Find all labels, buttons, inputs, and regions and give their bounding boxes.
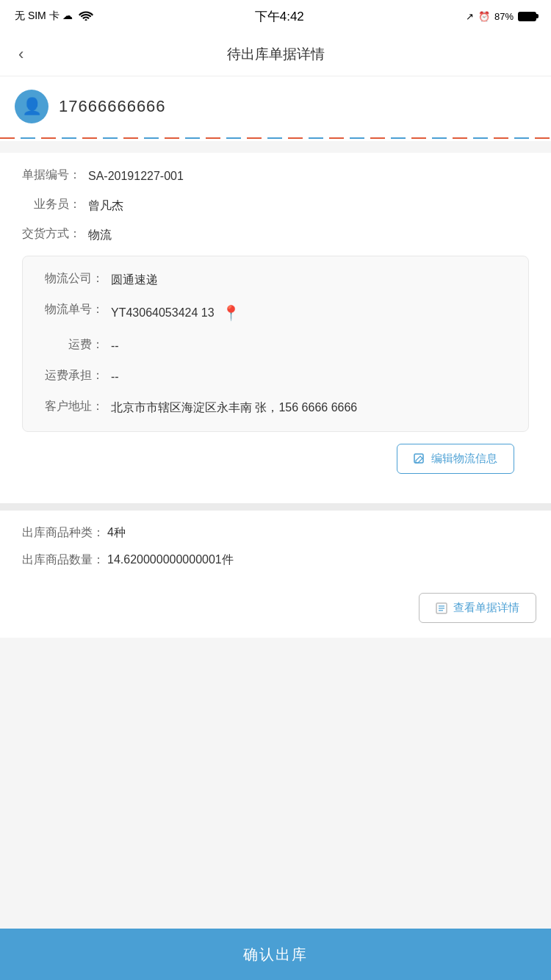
location-icon: ↗: [466, 11, 474, 22]
delivery-row: 交货方式： 物流: [22, 226, 529, 244]
order-info-section: 单据编号： SA-20191227-001 业务员： 曾凡杰 交货方式： 物流 …: [0, 153, 551, 503]
view-details-label: 查看单据详情: [453, 601, 519, 615]
edit-logistics-button[interactable]: 编辑物流信息: [397, 444, 514, 474]
status-right: ↗ ⏰ 87%: [466, 11, 536, 22]
alarm-icon: ⏰: [478, 11, 490, 22]
freight-bearer-row: 运费承担： --: [45, 368, 506, 386]
customer-header: 👤 17666666666: [0, 76, 551, 137]
empty-space: [0, 638, 551, 726]
goods-type-row: 出库商品种类： 4种: [22, 525, 529, 541]
confirm-btn-bar[interactable]: 确认出库: [0, 929, 551, 980]
goods-quantity-label: 出库商品数量：: [22, 552, 104, 568]
no-sim-text: 无 SIM 卡 ☁: [15, 10, 73, 23]
battery-percent: 87%: [494, 11, 514, 22]
freight-bearer-value: --: [111, 368, 506, 386]
logistics-tracking-label: 物流单号：: [45, 302, 104, 317]
status-left: 无 SIM 卡 ☁: [15, 10, 93, 23]
avatar: 👤: [15, 90, 48, 123]
freight-row: 运费： --: [45, 337, 506, 355]
delivery-value: 物流: [88, 226, 529, 244]
view-details-container: 查看单据详情: [0, 583, 551, 638]
delivery-label: 交货方式：: [22, 226, 81, 242]
edit-logistics-label: 编辑物流信息: [431, 452, 497, 466]
logistics-tracking-value: YT43064053424 13 📍: [111, 302, 506, 324]
confirm-btn-text: 确认出库: [243, 945, 308, 965]
section-divider: [0, 503, 551, 511]
address-value: 北京市市辖区海淀区永丰南 张，156 6666 6666: [111, 399, 506, 417]
tracking-number: YT43064053424 13: [111, 304, 215, 322]
address-row: 客户地址： 北京市市辖区海淀区永丰南 张，156 6666 6666: [45, 399, 506, 417]
page-title: 待出库单据详情: [227, 45, 325, 64]
time-display: 下午4:42: [255, 8, 304, 25]
location-pin-icon[interactable]: 📍: [222, 302, 240, 324]
staff-value: 曾凡杰: [88, 197, 529, 215]
logistics-card: 物流公司： 圆通速递 物流单号： YT43064053424 13 📍 运费： …: [22, 256, 529, 432]
list-icon: [436, 602, 447, 614]
avatar-icon: 👤: [22, 97, 42, 116]
logistics-company-row: 物流公司： 圆通速递: [45, 271, 506, 289]
goods-type-label: 出库商品种类：: [22, 525, 104, 541]
goods-section: 出库商品种类： 4种 出库商品数量： 14.620000000000001件: [0, 511, 551, 583]
nav-bar: ‹ 待出库单据详情: [0, 32, 551, 76]
freight-bearer-label: 运费承担：: [45, 368, 104, 383]
dashed-separator: [0, 137, 551, 141]
goods-quantity-value: 14.620000000000001件: [107, 552, 234, 568]
freight-value: --: [111, 337, 506, 355]
staff-row: 业务员： 曾凡杰: [22, 197, 529, 215]
edit-icon: [414, 453, 425, 465]
logistics-company-label: 物流公司：: [45, 271, 104, 287]
customer-phone: 17666666666: [59, 97, 166, 116]
edit-btn-container: 编辑物流信息: [22, 432, 529, 489]
logistics-tracking-row: 物流单号： YT43064053424 13 📍: [45, 302, 506, 324]
wifi-icon: [79, 10, 93, 23]
address-label: 客户地址：: [45, 399, 104, 414]
staff-label: 业务员：: [22, 197, 81, 212]
order-no-value: SA-20191227-001: [88, 167, 529, 185]
battery-icon: [518, 12, 536, 21]
order-no-row: 单据编号： SA-20191227-001: [22, 167, 529, 185]
goods-quantity-row: 出库商品数量： 14.620000000000001件: [22, 552, 529, 568]
freight-label: 运费：: [45, 337, 104, 353]
back-button[interactable]: ‹: [15, 41, 27, 68]
goods-type-value: 4种: [107, 525, 126, 541]
status-bar: 无 SIM 卡 ☁ 下午4:42 ↗ ⏰ 87%: [0, 0, 551, 32]
order-no-label: 单据编号：: [22, 167, 81, 183]
logistics-company-value: 圆通速递: [111, 271, 506, 289]
view-details-button[interactable]: 查看单据详情: [419, 593, 536, 623]
